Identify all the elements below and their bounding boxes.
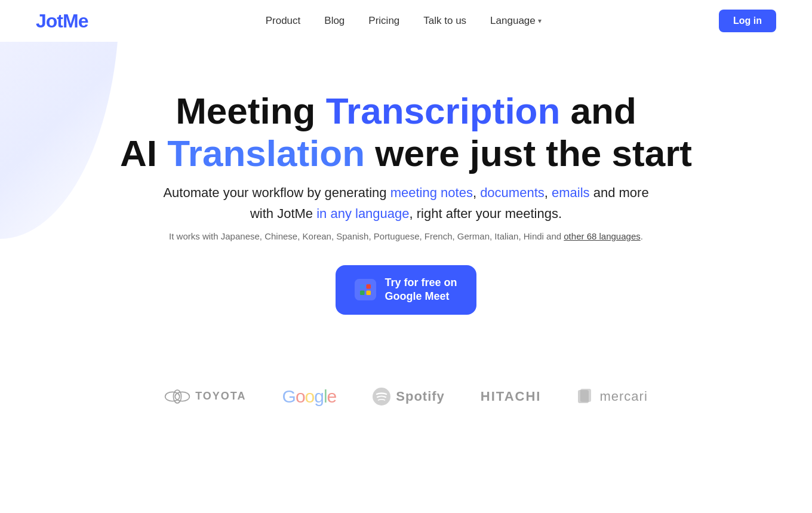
spotify-icon [372,387,391,406]
language-selector[interactable]: Language ▾ [490,15,542,27]
svg-rect-2 [367,284,371,289]
hero-subtitle: Automate your workflow by generating mee… [12,182,800,224]
subtitle-emails: emails [552,185,590,200]
subtitle-any-language: in any language [316,206,409,221]
nav-pricing[interactable]: Pricing [368,15,399,26]
svg-rect-4 [367,291,371,296]
google-meet-icon [355,279,376,300]
svg-point-6 [175,392,189,401]
hero-title-part3: AI [120,133,167,174]
spotify-text: Spotify [396,389,445,404]
hero-languages: It works with Japanese, Chinese, Korean,… [12,231,800,241]
site-logo[interactable]: JotMe [36,10,88,32]
google-logo: Google [282,386,337,407]
hero-translation: Translation [167,133,365,174]
nav-links: Product Blog Pricing Talk to us Language… [266,15,542,27]
hero-title: Meeting Transcription and AI Translation… [12,90,800,175]
hitachi-logo: HITACHI [481,389,542,404]
nav-talk[interactable]: Talk to us [423,15,466,26]
hero-transcription: Transcription [326,90,561,131]
svg-rect-1 [360,284,365,289]
google-text: Google [282,386,337,407]
toyota-text: TOYOTA [195,390,246,403]
mercari-text: mercari [599,389,647,404]
chevron-down-icon: ▾ [538,17,542,25]
other-languages-link[interactable]: other 68 languages [564,231,640,241]
login-button[interactable]: Log in [719,10,776,32]
mercari-icon [577,388,595,406]
subtitle-documents: documents [480,185,545,200]
mercari-logo: mercari [577,388,647,406]
cta-button-text: Try for free on Google Meet [385,276,457,304]
navbar: JotMe Product Blog Pricing Talk to us La… [0,0,812,42]
logos-section: TOYOTA Google Spotify HITACHI mercari [0,351,812,431]
hero-title-part1: Meeting [176,90,325,131]
subtitle-meeting-notes: meeting notes [390,185,473,200]
nav-blog[interactable]: Blog [324,15,345,26]
toyota-rings-icon [164,388,190,405]
hero-section: Meeting Transcription and AI Translation… [0,42,812,351]
hero-title-part2: and [560,90,636,131]
hitachi-text: HITACHI [481,389,542,404]
svg-rect-10 [580,389,591,402]
spotify-logo: Spotify [372,387,445,406]
hero-title-part4: were just the start [365,133,692,174]
nav-product[interactable]: Product [266,15,301,26]
toyota-logo: TOYOTA [164,388,246,405]
svg-rect-0 [355,279,376,300]
svg-rect-3 [360,291,365,296]
cta-google-meet-button[interactable]: Try for free on Google Meet [336,265,476,315]
